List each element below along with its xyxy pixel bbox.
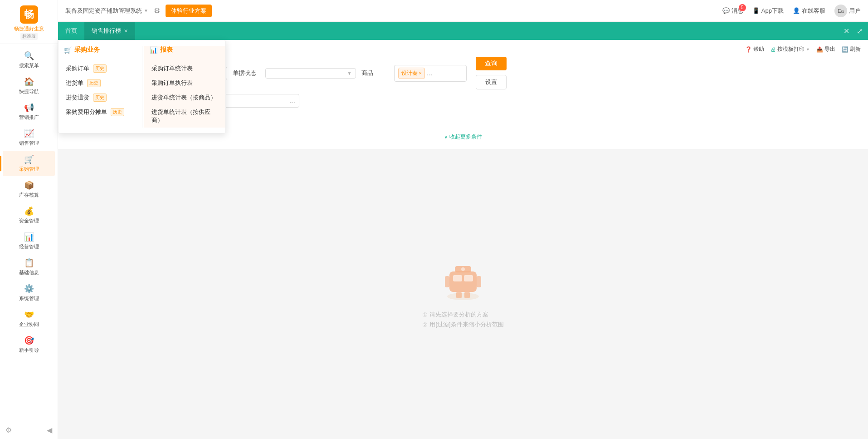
empty-svg-illustration xyxy=(436,258,490,303)
svg-rect-3 xyxy=(464,275,473,281)
goods-input[interactable]: 设计秦 × ... xyxy=(394,65,467,82)
message-badge: 5 xyxy=(739,4,746,11)
logo-text: 畅捷通好生意 xyxy=(14,25,44,32)
industry-solution-button[interactable]: 体验行业方案 xyxy=(166,5,212,17)
avatar-initial: Ea xyxy=(838,8,844,14)
svg-rect-7 xyxy=(464,292,470,298)
refresh-icon: 🔄 xyxy=(842,46,848,53)
service-icon: 👤 xyxy=(793,7,800,14)
status-select[interactable]: ▼ xyxy=(265,68,356,79)
sidebar-item-operation[interactable]: 📊 经营管理 xyxy=(3,228,55,254)
query-button[interactable]: 查询 xyxy=(476,57,507,70)
sidebar-item-basic[interactable]: 📋 基础信息 xyxy=(3,254,55,280)
tabs-bar: 首页 销售排行榜 ✕ ✕ ⤢ xyxy=(58,22,868,40)
dropdown-item-return[interactable]: 进货退货 历史 xyxy=(64,90,135,105)
phone-icon: 📱 xyxy=(752,7,760,14)
purchase-icon: 🛒 xyxy=(24,154,34,164)
dropdown-item-label: 进货单 xyxy=(66,79,83,87)
sidebar-item-system[interactable]: ⚙️ 系统管理 xyxy=(3,280,55,306)
tab-sales-rank[interactable]: 销售排行榜 ✕ xyxy=(84,22,135,40)
avatar: Ea xyxy=(834,5,847,17)
dropdown-item-label: 采购订单 xyxy=(66,64,89,73)
sidebar-item-purchase[interactable]: 🛒 采购管理 xyxy=(3,151,55,176)
sidebar-item-marketing[interactable]: 📢 营销推广 xyxy=(3,99,55,124)
sidebar-item-finance[interactable]: 💰 资金管理 xyxy=(3,202,55,228)
sidebar-collapse-button[interactable]: ◀ xyxy=(47,426,52,434)
dropdown-chevron-icon: ▼ xyxy=(144,8,148,13)
purchase-menu-icon: 🛒 xyxy=(64,46,72,54)
topbar-settings-icon[interactable]: ⚙ xyxy=(154,6,160,15)
svg-point-9 xyxy=(461,267,465,271)
online-service-button[interactable]: 👤 在线客服 xyxy=(793,7,825,15)
help-label: 帮助 xyxy=(753,45,764,53)
sidebar-item-guide[interactable]: 🎯 新手引导 xyxy=(3,332,55,357)
sidebar-nav: 🔍 搜索菜单 🏠 快捷导航 📢 营销推广 📈 销售管理 🛒 采购管理 📦 库存核… xyxy=(0,44,58,421)
export-button[interactable]: 📤 导出 xyxy=(816,45,835,53)
dropdown-item-inbound-stat-supplier[interactable]: 进货单统计表（按供应商） xyxy=(150,105,220,128)
logo-badge: 标准版 xyxy=(20,33,38,40)
sidebar-settings-button[interactable]: ⚙ xyxy=(5,426,12,434)
sidebar-item-label: 采购管理 xyxy=(19,166,39,173)
status-label: 单据状态 xyxy=(233,69,260,77)
empty-tip1: 请先选择要分析的方案 xyxy=(429,311,488,319)
hist-badge: 历史 xyxy=(87,79,101,87)
inventory-icon: 📦 xyxy=(24,180,34,190)
dropdown-item-label: 进货单统计表（按供应商） xyxy=(151,108,219,124)
dropdown-item-purchase-order[interactable]: 采购订单 历史 xyxy=(64,61,135,76)
print-button[interactable]: 🖨 按模板打印 ▼ xyxy=(770,45,810,53)
message-button[interactable]: 💬 消息 5 xyxy=(722,7,743,15)
sidebar-item-label: 经营管理 xyxy=(19,243,39,250)
export-label: 导出 xyxy=(824,45,835,53)
dropdown-item-order-stat[interactable]: 采购订单统计表 xyxy=(150,61,220,76)
tab-maximize-icon[interactable]: ⤢ xyxy=(855,25,864,37)
dropdown-item-order-exec[interactable]: 采购订单执行表 xyxy=(150,76,220,90)
dropdown-item-inbound[interactable]: 进货单 历史 xyxy=(64,76,135,90)
hist-badge: 历史 xyxy=(93,94,107,102)
online-service-label: 在线客服 xyxy=(802,7,825,15)
help-icon: ❓ xyxy=(745,46,752,53)
goods-tag-close-button[interactable]: × xyxy=(419,70,422,76)
topbar-title-dropdown[interactable]: 装备及固定资产辅助管理系统 ▼ xyxy=(65,7,148,15)
empty-illustration xyxy=(436,258,490,303)
tab-window-close-icon[interactable]: ✕ xyxy=(842,25,851,37)
dropdown-left-title: 🛒 采购业务 xyxy=(64,46,135,57)
settings-button[interactable]: 设置 xyxy=(476,75,507,89)
help-button[interactable]: ❓ 帮助 xyxy=(745,45,764,53)
status-chevron-icon: ▼ xyxy=(347,71,352,76)
dropdown-item-inbound-stat-goods[interactable]: 进货单统计表（按商品） xyxy=(150,90,220,105)
sidebar-item-quick[interactable]: 🏠 快捷导航 xyxy=(3,73,55,99)
tab-home[interactable]: 首页 xyxy=(58,22,84,40)
user-menu-button[interactable]: Ea 用户 xyxy=(834,5,861,17)
report-menu-icon: 📊 xyxy=(150,46,157,54)
search-nav-icon: 🔍 xyxy=(24,51,34,61)
tab-sales-rank-label: 销售排行榜 xyxy=(92,27,121,35)
dropdown-right-title: 📊 报表 xyxy=(150,46,220,57)
report-menu-title: 报表 xyxy=(160,46,173,54)
app-download-button[interactable]: 📱 App下载 xyxy=(752,7,784,15)
salesman-input[interactable]: ... xyxy=(218,94,299,108)
dropdown-item-label: 采购费用分摊单 xyxy=(66,108,107,116)
dropdown-item-label: 采购订单执行表 xyxy=(151,79,193,87)
sidebar-item-inventory[interactable]: 📦 库存核算 xyxy=(3,177,55,202)
sidebar-item-sales[interactable]: 📈 销售管理 xyxy=(3,125,55,150)
sidebar-item-label: 新手引导 xyxy=(19,347,39,354)
sales-icon: 📈 xyxy=(24,128,34,138)
marketing-icon: 📢 xyxy=(24,103,34,113)
empty-text: ① 请先选择要分析的方案 ② 用[过滤]条件来缩小分析范围 xyxy=(422,309,503,330)
goods-more-dots[interactable]: ... xyxy=(427,69,433,77)
svg-rect-5 xyxy=(477,276,481,287)
sidebar-item-search[interactable]: 🔍 搜索菜单 xyxy=(3,47,55,73)
refresh-button[interactable]: 🔄 刷新 xyxy=(842,45,861,53)
svg-rect-4 xyxy=(445,276,449,287)
hist-badge: 历史 xyxy=(111,108,124,116)
finance-icon: 💰 xyxy=(24,206,34,216)
dropdown-right-col: 📊 报表 采购订单统计表 采购订单执行表 进货单统计表（按商品） 进货单统计表（… xyxy=(144,46,226,128)
salesman-dots[interactable]: ... xyxy=(289,97,295,105)
dropdown-item-expense[interactable]: 采购费用分摊单 历史 xyxy=(64,105,135,119)
tab-close-icon[interactable]: ✕ xyxy=(124,28,128,34)
svg-rect-2 xyxy=(453,275,462,281)
sidebar-item-enterprise[interactable]: 🤝 企业协同 xyxy=(3,306,55,331)
sidebar-item-label: 系统管理 xyxy=(19,295,39,302)
system-icon: ⚙️ xyxy=(24,284,34,294)
user-label: 用户 xyxy=(849,7,861,15)
